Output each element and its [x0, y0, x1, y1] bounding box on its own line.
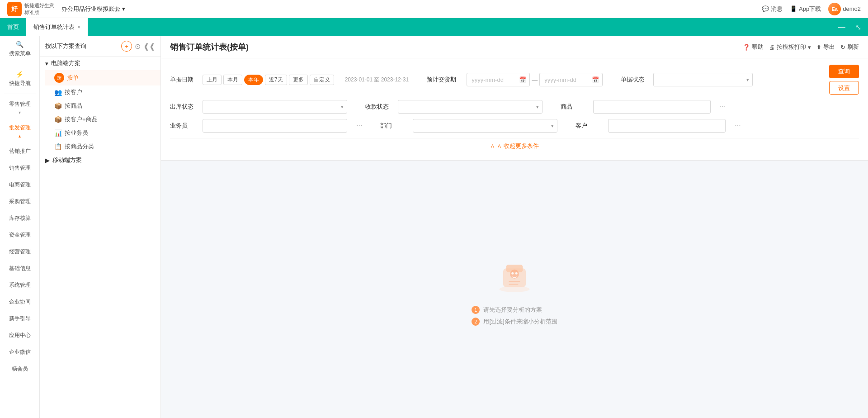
query-button[interactable]: 查询	[829, 65, 859, 78]
app-download-icon: 📱	[790, 5, 797, 12]
salesperson-input[interactable]	[203, 119, 347, 133]
date-btn-custom[interactable]: 自定义	[310, 75, 334, 85]
receive-status-select-wrap	[398, 100, 542, 114]
department-select[interactable]	[413, 119, 557, 133]
tree-item-by-customer-goods[interactable]: 📦 按客户+商品	[45, 113, 160, 126]
scheme-settings-icon[interactable]: ⊙	[135, 42, 141, 51]
refresh-button[interactable]: ↻ 刷新	[840, 43, 859, 51]
help-button[interactable]: ❓ 帮助	[743, 43, 764, 51]
search-icon: 🔍	[16, 41, 24, 48]
tree-parent-pc[interactable]: ▾ 电脑端方案	[40, 57, 160, 70]
tab-minimize-button[interactable]: —	[835, 21, 848, 33]
empty-tip-1: 1 请先选择要分析的方案	[472, 306, 557, 314]
sidebar-item-newbie[interactable]: 新手引导	[0, 310, 39, 327]
message-button[interactable]: 💬 消息	[762, 5, 783, 13]
sidebar-item-retail[interactable]: 零售管理 ▾	[0, 96, 39, 119]
sidebar-item-enterprise[interactable]: 企业协同	[0, 294, 39, 310]
sidebar-item-inventory[interactable]: 库存核算	[0, 210, 39, 227]
date-to-input[interactable]	[539, 73, 603, 86]
chevron-down-icon: ▾	[122, 5, 125, 12]
date-btn-this-year[interactable]: 本年	[244, 75, 263, 85]
help-icon: ❓	[743, 44, 750, 51]
receive-status-label: 收款状态	[365, 103, 391, 111]
tree-expand-icon2: ▶	[45, 157, 50, 164]
ship-status-label: 出库状态	[170, 103, 195, 111]
export-button[interactable]: ⬆ 导出	[816, 43, 835, 51]
tree-item-by-goods[interactable]: 📦 按商品	[45, 99, 160, 113]
date-from-input[interactable]	[467, 73, 530, 86]
sidebar-item-wechat[interactable]: 企业微信	[0, 344, 39, 361]
svg-point-3	[510, 269, 519, 278]
retail-arrow-icon: ▾	[19, 110, 21, 115]
settings-button[interactable]: 设置	[829, 81, 859, 95]
ship-status-select[interactable]	[203, 100, 347, 114]
collapse-panel-icon[interactable]: ❰❰	[143, 42, 155, 51]
tree-parent-mobile[interactable]: ▶ 移动端方案	[40, 153, 160, 167]
expected-date-label: 预计交货期	[427, 76, 459, 84]
sidebar-item-quicknav[interactable]: ⚡ 快捷导航	[0, 66, 39, 92]
top-bar: 好 畅捷通好生意 标准版 办公用品行业模拟账套 ▾ 💬 消息 📱 App下载 E…	[0, 0, 868, 18]
divider	[4, 64, 36, 64]
salesperson-more-icon[interactable]: ···	[356, 122, 362, 130]
template-print-button[interactable]: 🖨 按模板打印 ▾	[769, 43, 811, 51]
sidebar-item-marketing[interactable]: 营销推广	[0, 143, 39, 160]
date-btn-last-7-days[interactable]: 近7天	[265, 75, 287, 85]
sidebar-item-appcenter[interactable]: 应用中心	[0, 327, 39, 344]
receive-status-select[interactable]	[398, 100, 542, 114]
by-customer-icon: 👥	[54, 89, 62, 96]
filter-row-1: 单据日期 上月 本月 本年 近7天 更多 自定义 2023-01-01 至 20…	[170, 65, 859, 95]
left-panel: 按以下方案查询 + ⊙ ❰❰ ▾ 电脑端方案 按 按单	[40, 36, 161, 418]
ship-status-select-wrap	[203, 100, 347, 114]
sidebar-item-ecommerce[interactable]: 电商管理	[0, 176, 39, 193]
sidebar-search[interactable]: 🔍 搜索菜单	[0, 36, 39, 62]
top-bar-right: 💬 消息 📱 App下载 Ea demo2	[762, 3, 861, 15]
empty-illustration	[492, 253, 537, 299]
sidebar-item-finance[interactable]: 资金管理	[0, 227, 39, 243]
customer-input[interactable]	[608, 119, 726, 133]
date-btn-last-month[interactable]: 上月	[203, 75, 222, 85]
date-btn-this-month[interactable]: 本月	[223, 75, 242, 85]
divider2	[4, 94, 36, 94]
goods-input[interactable]	[593, 100, 711, 114]
tab-bar-actions: — ⤡	[835, 21, 868, 33]
app-selector[interactable]: 办公用品行业模拟账套 ▾	[58, 3, 129, 15]
user-menu[interactable]: Ea demo2	[828, 3, 861, 15]
tab-close-icon[interactable]: ×	[77, 24, 80, 30]
sidebar-item-basic[interactable]: 基础信息	[0, 260, 39, 277]
filter-area: 单据日期 上月 本月 本年 近7天 更多 自定义 2023-01-01 至 20…	[161, 58, 868, 161]
sidebar-item-system[interactable]: 系统管理	[0, 277, 39, 294]
sidebar-item-business[interactable]: 经营管理	[0, 243, 39, 260]
add-scheme-button[interactable]: +	[121, 41, 132, 52]
filter-row-3: 业务员 ··· 部门 客户 ···	[170, 119, 859, 133]
tab-sales-order-stat[interactable]: 销售订单统计表 ×	[26, 18, 88, 36]
app-download-button[interactable]: 📱 App下载	[790, 5, 821, 13]
page-title: 销售订单统计表(按单)	[170, 42, 249, 52]
sidebar-item-sales[interactable]: 销售管理	[0, 160, 39, 176]
tree-item-by-customer[interactable]: 👥 按客户	[45, 86, 160, 99]
collapse-bar[interactable]: ∧ ∧ 收起更多条件	[170, 138, 859, 154]
by-goods-category-icon: 📋	[54, 143, 62, 150]
tab-expand-button[interactable]: ⤡	[852, 21, 864, 33]
sidebar-item-wholesale[interactable]: 批发管理 ▴	[0, 119, 39, 143]
tree-item-by-order[interactable]: 按 按单	[45, 70, 160, 86]
goods-more-icon[interactable]: ···	[720, 103, 726, 111]
tab-home[interactable]: 首页	[0, 18, 26, 36]
date-separator: —	[532, 76, 538, 83]
svg-point-4	[511, 272, 514, 274]
tree-item-by-salesperson[interactable]: 📊 按业务员	[45, 126, 160, 140]
bill-status-select[interactable]	[653, 73, 753, 86]
empty-tip-2: 2 用[过滤]条件来缩小分析范围	[472, 318, 557, 326]
left-panel-title: 按以下方案查询	[45, 42, 86, 50]
top-bar-left: 好 畅捷通好生意 标准版 办公用品行业模拟账套 ▾	[7, 2, 129, 16]
main-panel: 销售订单统计表(按单) ❓ 帮助 🖨 按模板打印 ▾ ⬆ 导出	[161, 36, 868, 418]
date-btn-more[interactable]: 更多	[289, 75, 308, 85]
tree-item-by-goods-category[interactable]: 📋 按商品分类	[45, 140, 160, 153]
logo-icon: 好	[7, 2, 22, 16]
scheme-tree: ▾ 电脑端方案 按 按单 👥 按客户 📦 按商品	[40, 57, 160, 418]
wholesale-arrow-icon: ▴	[19, 133, 21, 138]
bill-status-label: 单据状态	[621, 76, 646, 84]
sidebar-item-purchase[interactable]: 采购管理	[0, 193, 39, 210]
customer-more-icon[interactable]: ···	[735, 122, 741, 130]
by-order-icon: 按	[54, 73, 64, 83]
sidebar-item-member[interactable]: 畅会员	[0, 361, 39, 377]
